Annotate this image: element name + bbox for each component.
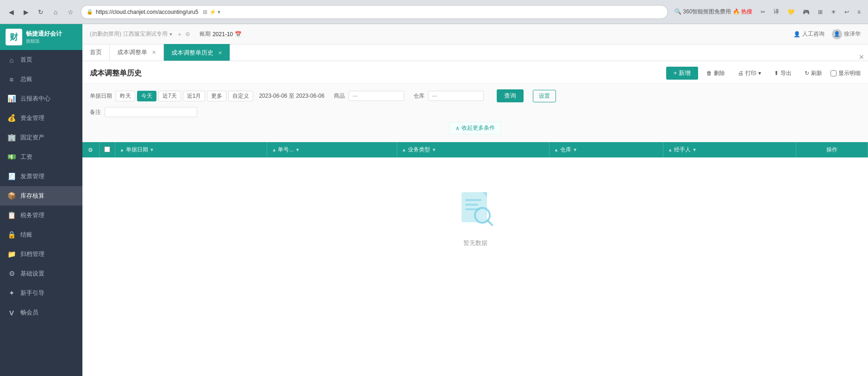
sidebar-item-invoices[interactable]: 🧾 发票管理 (0, 167, 82, 186)
brightness-btn[interactable]: ☀ (828, 8, 839, 16)
tab-home[interactable]: 首页 (82, 44, 110, 61)
note-filter: 备注 (90, 107, 197, 117)
goods-select[interactable]: ··· (349, 91, 404, 101)
col-actions: 操作 (796, 142, 868, 157)
star-button[interactable]: ☆ (64, 6, 77, 19)
col-number-label: 单号... (278, 146, 293, 153)
user-service-icon: 👤 (793, 31, 800, 38)
sidebar-item-tax[interactable]: 📋 税务管理 (0, 206, 82, 225)
back-button[interactable]: ◀ (5, 6, 18, 19)
main-content: (勿删勿禁用) 江西服宝测试专用 ▾ + ⚙ 账期 2021-10 📅 👤 人工… (82, 24, 868, 376)
show-cols-input[interactable] (831, 70, 837, 76)
user-service-btn[interactable]: 👤 人工咨询 (793, 30, 824, 38)
company-name: 江西服宝测试专用 (123, 30, 168, 38)
filter-row-2: 备注 (90, 107, 861, 117)
sidebar-item-guide[interactable]: ✦ 新手引导 (0, 283, 82, 303)
logo-icon: 财 (6, 29, 22, 45)
goods-filter-label: 商品 (334, 92, 345, 100)
date-btn-yesterday[interactable]: 昨天 (116, 91, 135, 101)
svg-rect-1 (465, 199, 481, 201)
query-button[interactable]: 查询 (497, 89, 524, 102)
sidebar-item-funds[interactable]: 💰 资金管理 (0, 108, 82, 128)
print-button[interactable]: 🖨 打印 ▾ (733, 68, 766, 79)
col-number-sort-desc: ▼ (295, 147, 300, 152)
logo-badge: 旗舰版 (26, 38, 62, 44)
date-btn-custom[interactable]: 自定义 (228, 91, 253, 101)
warehouse-select[interactable]: ··· (428, 91, 484, 101)
menu-btn[interactable]: ≡ (855, 8, 863, 16)
col-checkbox[interactable] (99, 142, 115, 157)
date-btn-1month[interactable]: 近1月 (183, 91, 206, 101)
export-button[interactable]: ⬆ 导出 (769, 68, 796, 79)
address-bar[interactable]: 🔒 https://cloud.chanjet.com/accounting/u… (81, 5, 668, 19)
sidebar-label-archive: 归档管理 (20, 250, 44, 258)
show-cols-checkbox[interactable]: 显示明细 (831, 69, 861, 77)
collapse-filters-btn[interactable]: ∧ 收起更多条件 (450, 122, 501, 134)
page-title: 成本调整单历史 (90, 69, 142, 78)
select-all-checkbox[interactable] (104, 146, 110, 152)
date-btn-7days[interactable]: 近7天 (158, 91, 181, 101)
col-handler-sort-desc: ▼ (692, 147, 697, 152)
sidebar-item-payroll[interactable]: 💵 工资 (0, 147, 82, 167)
sidebar-item-fixed-assets[interactable]: 🏢 固定资产 (0, 128, 82, 147)
delete-button[interactable]: 🗑 删除 (702, 68, 730, 79)
home-button[interactable]: ⌂ (49, 6, 62, 19)
company-settings-icon[interactable]: ⚙ (185, 31, 190, 38)
company-selector[interactable]: (勿删勿禁用) 江西服宝测试专用 ▾ + ⚙ (90, 30, 190, 38)
date-filter-label: 单据日期 (90, 92, 112, 100)
date-btn-more[interactable]: 更多 (207, 91, 226, 101)
col-date[interactable]: ▲ 单据日期 ▼ (115, 142, 267, 157)
tax-icon: 📋 (7, 211, 16, 219)
sidebar-item-home[interactable]: ⌂ 首页 (0, 50, 82, 69)
grid-btn[interactable]: ⊞ (815, 8, 825, 16)
sidebar-label-tax: 税务管理 (20, 211, 44, 219)
sidebar-label-reports: 云报表中心 (20, 94, 50, 103)
sidebar-label-ledger: 总账 (20, 75, 32, 83)
search-bar[interactable]: 🔍 360智能抠图免费用 🔥 热搜 (672, 7, 755, 17)
tab-cost-adjust[interactable]: 成本调整单 ✕ (110, 44, 164, 61)
col-business-type[interactable]: ▲ 业务类型 ▼ (397, 142, 549, 157)
sidebar-item-settings[interactable]: ⚙ 基础设置 (0, 264, 82, 283)
sidebar-item-vip[interactable]: V 畅会员 (0, 303, 82, 322)
sidebar-item-inventory[interactable]: 📦 库存核算 (0, 186, 82, 206)
sidebar-item-closing[interactable]: 🔒 结账 (0, 225, 82, 244)
col-settings[interactable]: ⚙ (82, 142, 99, 157)
col-business-type-label: 业务类型 (408, 146, 430, 153)
scissors-btn[interactable]: ✂ (758, 8, 768, 16)
sidebar-label-vip: 畅会员 (20, 308, 38, 317)
funds-icon: 💰 (7, 114, 16, 122)
add-company-btn[interactable]: + (178, 31, 181, 38)
col-number[interactable]: ▲ 单号... ▼ (267, 142, 397, 157)
col-warehouse-label: 仓库 (560, 146, 571, 153)
tab-cost-adjust-history-close[interactable]: ✕ (218, 50, 222, 56)
svg-point-5 (478, 211, 487, 220)
date-btn-today[interactable]: 今天 (137, 91, 156, 101)
settings-icon: ⚙ (7, 269, 16, 278)
tab-cost-adjust-label: 成本调整单 (117, 48, 147, 56)
settings-filter-btn[interactable]: 设置 (533, 90, 556, 102)
forward-button[interactable]: ▶ (19, 6, 32, 19)
refresh-button[interactable]: ↻ 刷新 (800, 68, 827, 79)
date-filter: 单据日期 昨天 今天 近7天 近1月 更多 自定义 2023-06-06 至 2… (90, 91, 325, 101)
data-table: ⚙ ▲ 单据日期 ▼ ▲ (82, 142, 868, 157)
table-header: ⚙ ▲ 单据日期 ▼ ▲ (82, 142, 868, 157)
tab-cost-adjust-history[interactable]: 成本调整单历史 ✕ (164, 44, 230, 61)
user-avatar-btn[interactable]: 👤 徐泽华 (832, 29, 861, 39)
sidebar-label-closing: 结账 (20, 231, 32, 239)
game-btn[interactable]: 🎮 (800, 8, 812, 16)
col-warehouse[interactable]: ▲ 仓库 ▼ (549, 142, 663, 157)
col-handler[interactable]: ▲ 经手人 ▼ (663, 142, 796, 157)
add-button[interactable]: + 新增 (666, 67, 698, 80)
sidebar-item-ledger[interactable]: ≡ 总账 (0, 69, 82, 89)
translate-btn[interactable]: 译 (771, 7, 782, 17)
close-all-tabs-btn[interactable]: ✕ (859, 53, 864, 61)
wallet-btn[interactable]: 💛 (785, 8, 797, 16)
sidebar-item-archive[interactable]: 📁 归档管理 (0, 244, 82, 264)
refresh-button[interactable]: ↻ (34, 6, 47, 19)
note-input[interactable] (105, 107, 197, 117)
tab-cost-adjust-close[interactable]: ✕ (152, 50, 156, 56)
tab-cost-adjust-history-label: 成本调整单历史 (171, 49, 213, 57)
undo-btn[interactable]: ↩ (842, 8, 852, 16)
dropdown-icon: ⊞ ⚡ ▾ (203, 9, 220, 15)
sidebar-item-reports[interactable]: 📊 云报表中心 (0, 89, 82, 108)
